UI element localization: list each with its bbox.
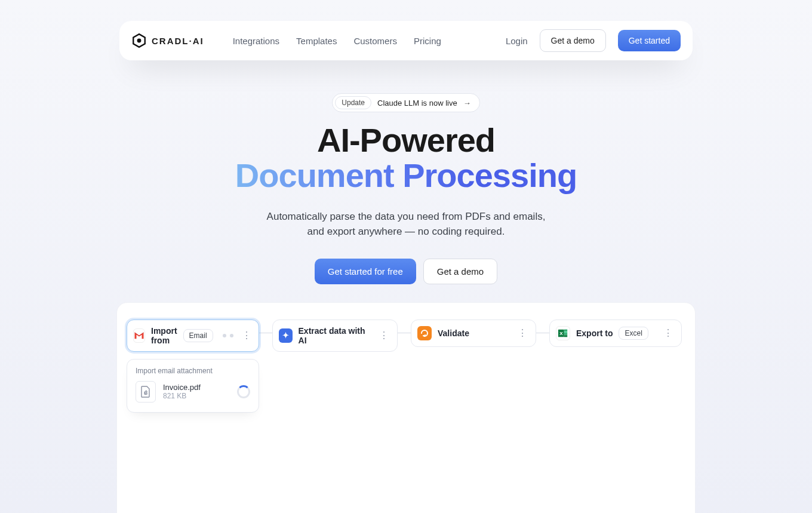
- hero-ctas: Get started for free Get a demo: [0, 259, 812, 284]
- workflow-stages: Import from Email ⋮ Import email attachm…: [127, 320, 685, 413]
- update-text: Claude LLM is now live: [377, 99, 457, 107]
- attachment-card-title: Import email attachment: [136, 367, 250, 375]
- nav-pricing[interactable]: Pricing: [414, 36, 441, 46]
- svg-rect-4: [564, 331, 567, 333]
- workflow-canvas: Import from Email ⋮ Import email attachm…: [116, 302, 696, 513]
- navbar: CRADL·AI Integrations Templates Customer…: [119, 21, 693, 60]
- file-name: Invoice.pdf: [163, 383, 201, 392]
- validate-icon: [417, 326, 432, 340]
- get-started-button[interactable]: Get started: [618, 30, 681, 51]
- connector: [536, 333, 549, 333]
- progress-dots: [223, 334, 233, 337]
- stage-export-label: Export to: [576, 328, 613, 338]
- hero: Update Claude LLM is now live → AI-Power…: [0, 93, 812, 284]
- hero-sub-line1: Automatically parse the data you need fr…: [267, 211, 546, 222]
- stage-menu-icon[interactable]: ⋮: [661, 327, 675, 339]
- stage-export[interactable]: X Export to Excel ⋮: [549, 320, 682, 347]
- svg-point-0: [137, 39, 142, 43]
- nav-links: Integrations Templates Customers Pricing: [233, 36, 441, 46]
- pdf-file-icon: [136, 381, 156, 403]
- loading-spinner-icon: [237, 385, 250, 398]
- nav-templates[interactable]: Templates: [296, 36, 337, 46]
- stage-import-label: Import from: [151, 326, 177, 345]
- file-row: Invoice.pdf 821 KB: [136, 381, 250, 403]
- hero-subtitle: Automatically parse the data you need fr…: [0, 209, 812, 239]
- hero-line1: AI-Powered: [317, 121, 495, 159]
- update-pill[interactable]: Update Claude LLM is now live →: [332, 93, 479, 112]
- get-demo-button[interactable]: Get a demo: [540, 29, 606, 52]
- stage-menu-icon[interactable]: ⋮: [515, 327, 530, 339]
- connector: [259, 333, 272, 333]
- hero-line2: Document Processing: [235, 156, 577, 194]
- gmail-icon: [133, 328, 145, 343]
- stage-validate-label: Validate: [438, 328, 469, 338]
- stage-menu-icon[interactable]: ⋮: [377, 330, 391, 341]
- login-link[interactable]: Login: [506, 36, 528, 46]
- cta-get-demo[interactable]: Get a demo: [423, 259, 497, 284]
- import-source-chip: Email: [183, 329, 213, 342]
- stage-import[interactable]: Import from Email ⋮: [127, 320, 259, 352]
- hexagon-icon: [131, 33, 147, 48]
- stage-menu-icon[interactable]: ⋮: [239, 330, 254, 341]
- connector: [398, 333, 411, 333]
- cta-get-started-free[interactable]: Get started for free: [315, 259, 416, 284]
- svg-rect-3: [564, 329, 567, 331]
- svg-rect-5: [564, 333, 567, 335]
- import-attachment-card: Import email attachment Invoice.pdf 821 …: [127, 359, 259, 413]
- brand-text: CRADL·AI: [152, 36, 204, 46]
- arrow-right-icon: →: [463, 99, 471, 107]
- stage-extract[interactable]: ✦ Extract data with AI ⋮: [272, 320, 398, 352]
- stage-extract-label: Extract data with AI: [299, 326, 371, 345]
- file-size: 821 KB: [163, 392, 201, 400]
- hero-title: AI-Powered Document Processing: [0, 123, 812, 193]
- nav-integrations[interactable]: Integrations: [233, 36, 279, 46]
- stage-validate[interactable]: Validate ⋮: [411, 320, 536, 347]
- nav-customers[interactable]: Customers: [353, 36, 397, 46]
- brand-logo[interactable]: CRADL·AI: [131, 33, 204, 48]
- svg-text:X: X: [559, 331, 563, 336]
- export-target-chip: Excel: [619, 327, 648, 340]
- excel-icon: X: [556, 326, 570, 340]
- ai-sparkle-icon: ✦: [279, 328, 293, 343]
- hero-sub-line2: and export anywhere — no coding required…: [307, 226, 505, 237]
- nav-right: Login Get a demo Get started: [506, 29, 681, 52]
- svg-rect-6: [564, 335, 567, 337]
- update-tag: Update: [335, 96, 371, 109]
